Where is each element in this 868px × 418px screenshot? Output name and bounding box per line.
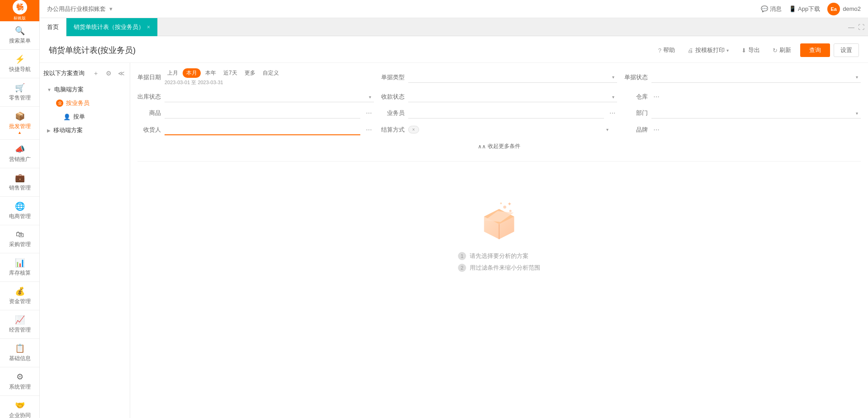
department-label: 部门 [624, 109, 648, 117]
collapse-icon: ∧∧ [478, 143, 486, 150]
avatar: Ea [827, 3, 840, 15]
sidebar-item-retail[interactable]: 🛒 零售管理 [0, 78, 40, 107]
date-range-text: 2023-03-01 至 2023-03-31 [165, 79, 374, 86]
print-btn[interactable]: 🖨 按模板打印 ▾ [684, 44, 732, 56]
empty-hint-2: 2 用过滤条件来缩小分析范围 [458, 264, 540, 272]
sidebar-item-search[interactable]: 🔍 搜索菜单 [0, 21, 40, 50]
tree-item-by-order[interactable]: 👤 按单 [52, 110, 126, 124]
goods-input[interactable] [165, 108, 360, 119]
warehouse-dots-btn[interactable]: ··· [651, 93, 661, 101]
doc-type-label: 单据类型 [381, 73, 405, 81]
collapse-panel-btn[interactable]: ≪ [116, 68, 126, 78]
export-btn[interactable]: ⬇ 导出 [738, 44, 764, 56]
payment-tag-remove[interactable]: × [412, 127, 415, 132]
date-tab-this-month[interactable]: 本月 [183, 68, 201, 78]
sidebar-item-ops[interactable]: 📈 经营管理 [0, 310, 40, 339]
date-label: 单据日期 [137, 73, 161, 81]
left-panel-title: 按以下方案查询 [43, 69, 85, 77]
payment-method-chevron-wrap: ▾ [606, 127, 617, 132]
refresh-icon: ↻ [773, 47, 778, 54]
arrow-up-icon: ▲ [18, 130, 22, 135]
settings-button[interactable]: 设置 [834, 43, 859, 57]
recipient-dots-btn[interactable]: ··· [364, 126, 373, 134]
date-tabs: 上月 本月 本年 近7天 更多 自定义 [165, 68, 374, 78]
export-label: 导出 [748, 46, 760, 54]
sidebar-item-label: 营销推广 [9, 156, 31, 163]
sidebar-item-purchase[interactable]: 🛍 采购管理 [0, 225, 40, 253]
collapse-btn[interactable]: ∧∧ 收起更多条件 [478, 139, 520, 154]
msg-label: 消息 [770, 5, 782, 13]
filter-payment-method: 结算方式 × ▾ [381, 124, 618, 135]
topbar: 办公用品行业模拟账套 ▾ 💬 消息 📱 App下载 Ea demo2 [40, 0, 868, 18]
empty-state-icon: ✦ [476, 198, 522, 243]
filter-goods: 商品 ··· [137, 108, 374, 119]
recipient-label: 收货人 [137, 126, 161, 134]
tree-section-mobile-label: 移动端方案 [53, 126, 83, 134]
date-tab-7days[interactable]: 近7天 [221, 68, 240, 78]
doc-status-select[interactable] [651, 72, 861, 83]
help-btn[interactable]: ? 帮助 [655, 44, 679, 56]
app-icon: 📱 [789, 5, 796, 12]
date-tab-more[interactable]: 更多 [242, 68, 258, 78]
tab-sales-stat-label: 销货单统计表（按业务员） [74, 23, 144, 31]
sidebar-item-enterprise[interactable]: 🤝 企业协同 [0, 396, 40, 418]
department-select[interactable] [651, 108, 861, 119]
recipient-input[interactable] [165, 124, 360, 135]
date-tab-this-year[interactable]: 本年 [203, 68, 219, 78]
logo-text: 标账版 [14, 15, 26, 21]
refresh-btn[interactable]: ↻ 刷新 [769, 44, 795, 56]
stock-icon: 📊 [15, 258, 25, 268]
window-expand-icon[interactable]: ⛶ [858, 24, 864, 31]
tab-window-controls: — ⛶ [844, 24, 868, 31]
sidebar-item-sales[interactable]: 💼 销售管理 [0, 168, 40, 197]
recv-status-select[interactable] [408, 91, 618, 102]
msg-btn[interactable]: 💬 消息 [761, 5, 782, 13]
sidebar-item-system[interactable]: ⚙ 系统管理 [0, 367, 40, 396]
sidebar-item-finance[interactable]: 💰 资金管理 [0, 282, 40, 310]
avatar-initials: Ea [831, 6, 837, 12]
doc-type-select[interactable] [408, 72, 618, 83]
out-status-select[interactable] [165, 91, 374, 102]
filter-row-2: 出库状态 ▾ 收款状态 [137, 91, 861, 102]
left-panel-header: 按以下方案查询 + ⚙ ≪ [43, 68, 126, 78]
sidebar-item-basic[interactable]: 📋 基础信息 [0, 339, 40, 367]
tree-item-by-salesperson[interactable]: 业 按业务员 [52, 96, 126, 110]
sidebar-item-label: 企业协同 [9, 412, 31, 418]
sidebar-item-stock[interactable]: 📊 库存核算 [0, 253, 40, 282]
help-icon: ? [658, 47, 661, 54]
filter-warehouse: 仓库 ··· [624, 91, 861, 102]
date-tab-custom[interactable]: 自定义 [260, 68, 282, 78]
app-download-btn[interactable]: 📱 App下载 [789, 5, 820, 13]
sidebar-item-label: 库存核算 [9, 269, 31, 277]
sidebar-item-marketing[interactable]: 📣 营销推广 [0, 140, 40, 168]
add-scheme-btn[interactable]: + [91, 68, 101, 78]
tab-close-icon[interactable]: × [147, 24, 150, 30]
query-button[interactable]: 查询 [800, 43, 830, 57]
query-settings-group: 查询 设置 [800, 43, 859, 57]
doc-status-label: 单据状态 [624, 73, 648, 81]
tree-item-by-salesperson-label: 按业务员 [66, 99, 90, 107]
date-tab-last-month[interactable]: 上月 [165, 68, 181, 78]
tab-sales-stat[interactable]: 销货单统计表（按业务员） × [66, 18, 158, 36]
sidebar-item-wholesale[interactable]: 📦 批发管理 ▲ [0, 107, 40, 140]
salesperson-input[interactable] [408, 108, 604, 119]
logo-icon: 畅 [13, 0, 27, 14]
filter-doc-status: 单据状态 ▾ [624, 68, 861, 86]
tree-section-mobile[interactable]: ▶ 移动端方案 [43, 124, 126, 137]
refresh-label: 刷新 [779, 46, 791, 54]
help-label: 帮助 [663, 46, 675, 54]
goods-dots-btn[interactable]: ··· [364, 109, 373, 117]
right-panel: 单据日期 上月 本月 本年 近7天 更多 自定义 2023-03-01 至 20… [130, 63, 868, 418]
window-minimize-icon[interactable]: — [848, 24, 854, 31]
user-profile[interactable]: Ea demo2 [827, 3, 861, 15]
brand-dots-btn[interactable]: ··· [651, 126, 661, 134]
salesperson-dots-btn[interactable]: ··· [608, 109, 617, 117]
tree-section-desktop[interactable]: ▼ 电脑端方案 [43, 83, 126, 96]
sidebar-item-label: 电商管理 [9, 213, 31, 220]
settings-scheme-btn[interactable]: ⚙ [104, 68, 113, 78]
tab-home[interactable]: 首页 [40, 18, 66, 36]
filter-recipient: 收货人 ··· [137, 124, 374, 135]
breadcrumb-dropdown-icon[interactable]: ▾ [109, 5, 113, 12]
sidebar-item-quick-nav[interactable]: ⚡ 快捷导航 [0, 50, 40, 78]
sidebar-item-ecom[interactable]: 🌐 电商管理 [0, 197, 40, 225]
